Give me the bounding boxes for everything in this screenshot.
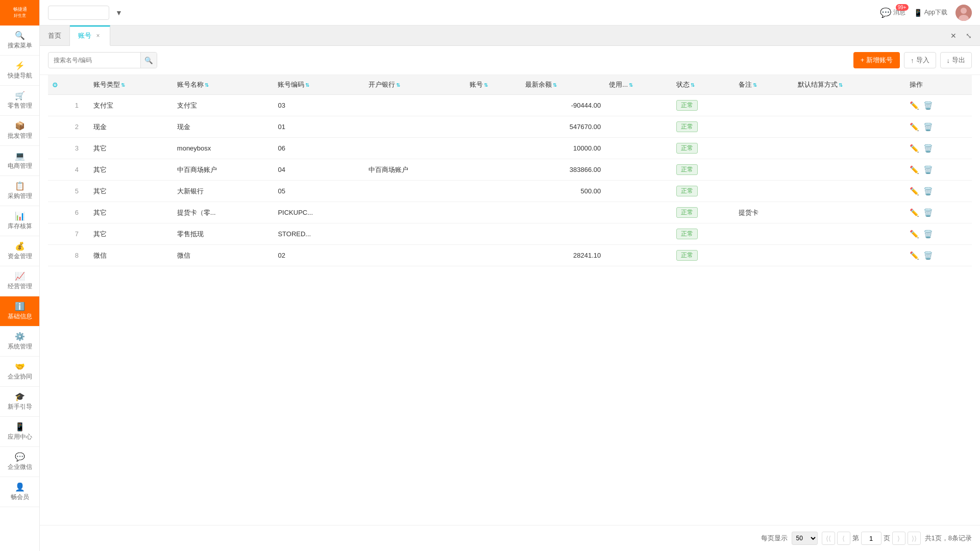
row-type-1: 现金 [89,116,173,138]
col-default[interactable]: 默认结算方式⇅ [794,75,905,95]
row-account-3 [465,159,521,181]
edit-icon-7[interactable]: ✏️ [910,251,919,260]
tab-account[interactable]: 账号× [70,26,110,46]
col-use[interactable]: 使用...⇅ [605,75,672,95]
col-name[interactable]: 账号名称⇅ [173,75,274,95]
sidebar-item-member[interactable]: 👤畅会员 [0,477,39,507]
sidebar-item-contract[interactable]: 🤝企业协同 [0,357,39,387]
delete-icon-4[interactable]: 🗑️ [923,187,933,196]
sidebar-item-basic[interactable]: ℹ️基础信息 [0,296,39,327]
row-use-2 [605,138,672,159]
sidebar-item-operation[interactable]: 📈经营管理 [0,266,39,296]
delete-icon-5[interactable]: 🗑️ [923,208,933,217]
col-bank[interactable]: 开户银行⇅ [364,75,465,95]
delete-icon-0[interactable]: 🗑️ [923,101,933,110]
delete-icon-7[interactable]: 🗑️ [923,251,933,260]
sidebar-item-wholesale[interactable]: 📦批发管理 [0,116,39,146]
prev-page-button[interactable]: ⟨ [837,532,850,545]
last-page-button[interactable]: ⟩⟩ [908,532,921,545]
delete-icon-6[interactable]: 🗑️ [923,230,933,239]
edit-icon-4[interactable]: ✏️ [910,187,919,196]
edit-icon-6[interactable]: ✏️ [910,230,919,239]
delete-icon-1[interactable]: 🗑️ [923,122,933,132]
sidebar-item-purchase[interactable]: 📋采购管理 [0,176,39,206]
sidebar-item-inventory[interactable]: 📊库存核算 [0,206,39,236]
row-note-4 [734,181,794,202]
edit-icon-5[interactable]: ✏️ [910,208,919,217]
col-note[interactable]: 备注⇅ [734,75,794,95]
row-gear-2 [48,138,64,159]
row-account-5 [465,202,521,223]
row-type-7: 微信 [89,245,173,266]
delete-icon-3[interactable]: 🗑️ [923,165,933,174]
settings-gear-icon[interactable]: ⚙ [52,81,58,89]
sidebar-item-wechat[interactable]: 💬企业微信 [0,447,39,477]
row-default-3 [794,159,905,181]
row-action-4: ✏️ 🗑️ [905,181,972,202]
row-name-4: 大新银行 [173,181,274,202]
sort-icon-code: ⇅ [305,82,309,88]
first-page-button[interactable]: ⟨⟨ [822,532,835,545]
status-badge-0: 正常 [676,100,698,111]
col-status[interactable]: 状态⇅ [672,75,734,95]
import-icon: ↑ [911,57,914,64]
row-default-6 [794,223,905,245]
export-button[interactable]: ↓ 导出 [940,52,972,68]
row-type-3: 其它 [89,159,173,181]
search-button[interactable]: 🔍 [140,52,157,68]
message-button[interactable]: 💬 消息 99+ [880,7,905,18]
row-code-4: 05 [274,181,364,202]
row-bank-6 [364,223,465,245]
col-account[interactable]: 账号⇅ [465,75,521,95]
sidebar-item-appstore[interactable]: 📱应用中心 [0,417,39,447]
topbar-search-input[interactable] [48,6,109,20]
table-row: 5 其它 大新银行 05 500.00 正常 ✏️ 🗑️ [48,181,972,202]
delete-icon-2[interactable]: 🗑️ [923,144,933,153]
close-tab-button[interactable]: ✕ [946,29,961,43]
row-type-4: 其它 [89,181,173,202]
user-avatar[interactable] [955,5,972,21]
next-page-button[interactable]: ⟩ [892,532,905,545]
import-button[interactable]: ↑ 导入 [904,52,936,68]
page-size-label: 每页显示 [761,534,788,543]
tab-close-account[interactable]: × [94,32,102,39]
edit-icon-2[interactable]: ✏️ [910,144,919,153]
edit-icon-3[interactable]: ✏️ [910,165,919,174]
action-icons-5: ✏️ 🗑️ [910,208,968,217]
sidebar-item-label: 基础信息 [8,312,32,321]
col-code[interactable]: 账号编码⇅ [274,75,364,95]
sort-icon-type: ⇅ [121,82,125,88]
content-area: 🔍 + 新增账号 ↑ 导入 ↓ 导出 ⚙账号类型⇅账号名称⇅账号编码⇅开户银行⇅… [40,46,980,551]
search-input[interactable] [48,57,140,64]
add-account-button[interactable]: + 新增账号 [853,52,900,68]
row-name-0: 支付宝 [173,95,274,116]
maximize-tab-button[interactable]: ⤡ [962,29,976,43]
sidebar-item-finance[interactable]: 💰资金管理 [0,236,39,266]
edit-icon-0[interactable]: ✏️ [910,101,919,110]
sidebar-item-guide[interactable]: 🎓新手引导 [0,387,39,417]
sidebar-nav: 🔍搜索菜单⚡快捷导航🛒零售管理📦批发管理💻电商管理📋采购管理📊库存核算💰资金管理… [0,26,39,551]
page-input[interactable] [861,532,881,545]
edit-icon-1[interactable]: ✏️ [910,122,919,132]
sort-icon-use: ⇅ [629,82,633,88]
tab-home[interactable]: 首页 [40,26,70,46]
topbar-dropdown-icon[interactable]: ▼ [115,9,122,17]
guide-icon: 🎓 [15,392,25,402]
action-icons-7: ✏️ 🗑️ [910,251,968,260]
sidebar-item-ecommerce[interactable]: 💻电商管理 [0,146,39,176]
sidebar-item-system[interactable]: ⚙️系统管理 [0,327,39,357]
col-balance[interactable]: 最新余额⇅ [521,75,605,95]
row-action-2: ✏️ 🗑️ [905,138,972,159]
sidebar-item-retail[interactable]: 🛒零售管理 [0,86,39,116]
topbar: ▼ 💬 消息 99+ 📱 App下载 [40,0,980,26]
row-balance-1: 547670.00 [521,116,605,138]
action-icons-2: ✏️ 🗑️ [910,144,968,153]
app-download-button[interactable]: 📱 App下载 [914,8,947,17]
sidebar-item-search[interactable]: 🔍搜索菜单 [0,26,39,56]
status-badge-7: 正常 [676,250,698,261]
sidebar-item-label: 应用中心 [8,433,32,441]
page-size-select[interactable]: 50 100 [792,532,818,545]
sidebar-item-shortcut[interactable]: ⚡快捷导航 [0,56,39,86]
col-type[interactable]: 账号类型⇅ [89,75,173,95]
row-code-3: 04 [274,159,364,181]
